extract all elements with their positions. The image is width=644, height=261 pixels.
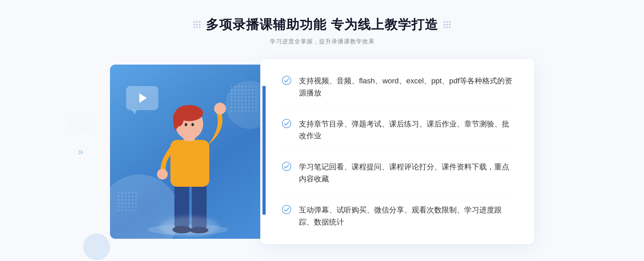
- feature-text-2: 支持章节目录、弹题考试、课后练习、课后作业、章节测验、批改作业: [299, 118, 513, 142]
- header-section: 多项录播课辅助功能 专为线上教学打造 学习进度全掌握，提升录播课教学效果: [193, 0, 450, 46]
- page-container: // Rendered below via inline approach 多项…: [0, 0, 644, 261]
- svg-rect-5: [170, 140, 209, 187]
- check-icon-4: [282, 205, 291, 214]
- check-icon-3: [282, 162, 291, 171]
- svg-point-14: [160, 216, 219, 238]
- circle-decoration-bottom-left: [83, 233, 110, 260]
- svg-point-13: [191, 123, 194, 126]
- feature-text-1: 支持视频、音频、flash、word、excel、ppt、pdf等各种格式的资源…: [299, 75, 513, 99]
- left-dots-decoration: [67, 117, 92, 134]
- check-icon-1: [282, 76, 291, 85]
- svg-point-16: [282, 119, 291, 128]
- right-title-decoration: [444, 21, 451, 28]
- svg-point-17: [282, 162, 291, 171]
- svg-point-12: [185, 123, 187, 126]
- title-row: 多项录播课辅助功能 专为线上教学打造: [193, 16, 450, 33]
- blue-accent-bar: [262, 86, 266, 215]
- main-title: 多项录播课辅助功能 专为线上教学打造: [206, 16, 438, 33]
- human-figure-illustration: [137, 88, 239, 239]
- svg-point-15: [282, 76, 291, 85]
- content-area: »: [110, 59, 534, 244]
- svg-point-18: [282, 205, 291, 214]
- subtitle: 学习进度全掌握，提升录播课教学效果: [193, 38, 450, 46]
- card-dots-bottom-left: [118, 192, 138, 212]
- feature-item-3: 学习笔记回看、课程提问、课程评论打分、课件资料下载，重点内容收藏: [282, 152, 513, 195]
- left-title-decoration: [193, 21, 200, 28]
- feature-text-4: 互动弹幕、试听购买、微信分享、观看次数限制、学习进度跟踪、数据统计: [299, 204, 513, 228]
- feature-item-4: 互动弹幕、试听购买、微信分享、观看次数限制、学习进度跟踪、数据统计: [282, 195, 513, 228]
- bg-decoration-dots: // Rendered below via inline approach: [21, 86, 65, 120]
- left-chevron-decoration: »: [78, 146, 82, 157]
- features-card: 支持视频、音频、flash、word、excel、ppt、pdf等各种格式的资源…: [260, 59, 534, 244]
- feature-text-3: 学习笔记回看、课程提问、课程评论打分、课件资料下载，重点内容收藏: [299, 161, 513, 185]
- illustration-card: [110, 65, 266, 239]
- feature-item-2: 支持章节目录、弹题考试、课后练习、课后作业、章节测验、批改作业: [282, 109, 513, 152]
- feature-item-1: 支持视频、音频、flash、word、excel、ppt、pdf等各种格式的资源…: [282, 75, 513, 109]
- check-icon-2: [282, 119, 291, 128]
- svg-point-6: [214, 103, 226, 114]
- svg-point-7: [157, 169, 168, 180]
